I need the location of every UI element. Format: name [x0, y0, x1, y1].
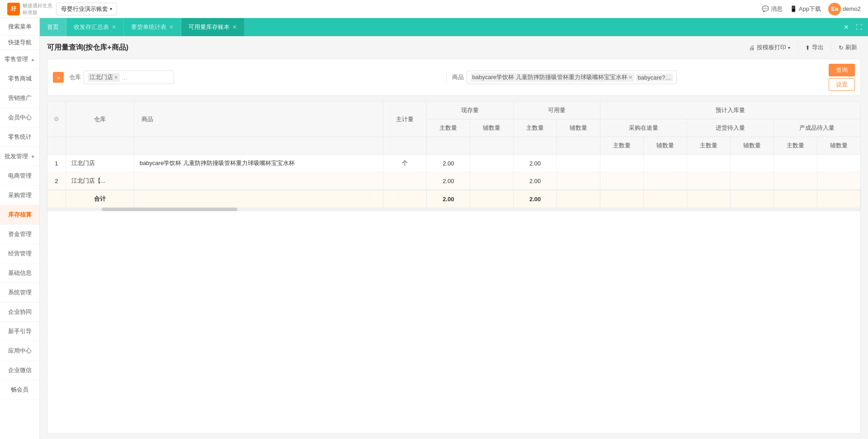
inventory-table: ⚙ 仓库 商品 主计量 现存量 可用量 预计入库量 主数量 辅数量: [47, 102, 860, 208]
th-avail-main: 主数量: [514, 119, 557, 137]
row-avail-aux: [557, 155, 600, 172]
user-menu[interactable]: Ea demo2: [828, 3, 861, 15]
query-button[interactable]: 查询: [829, 64, 855, 76]
sidebar-item-marketing[interactable]: 营销推广: [0, 89, 39, 108]
sidebar-quick-nav[interactable]: 快捷导航: [0, 36, 39, 50]
row-stock-main: 2.00: [427, 155, 470, 172]
tab-home[interactable]: 首页: [40, 18, 66, 36]
message-btn[interactable]: 💬 消息: [762, 5, 783, 13]
industry-select[interactable]: 母婴行业演示账套 ▾: [56, 3, 117, 15]
sidebar-item-retail-mall[interactable]: 零售商城: [0, 69, 39, 89]
settings-button[interactable]: 设置: [829, 78, 855, 91]
th-available-qty: 可用量: [514, 102, 600, 119]
chevron-icon: ▼: [31, 154, 35, 159]
warehouse-input[interactable]: 江北门店 ✕ …: [84, 71, 174, 84]
table-footer: 合计 2.00 2.00: [47, 190, 860, 208]
chevron-down-icon: ▾: [110, 6, 112, 11]
warehouse-tag-close[interactable]: ✕: [114, 75, 118, 80]
subtotal-prod-pending-main: [774, 172, 817, 190]
th-pur-transit-label: 采购在途量: [600, 119, 687, 137]
th-warehouse: 仓库: [66, 102, 134, 137]
tab-order-summary[interactable]: 要货单统计表 ✕: [124, 18, 181, 36]
th-main-unit: 主计量: [383, 102, 427, 137]
page-actions: 🖨 按模板打印 ▾ ⬆ 导出 ↻ 刷新: [745, 42, 861, 53]
row-warehouse: 江北门店: [66, 155, 134, 172]
content-area: 首页 收发存汇总表 ✕ 要货单统计表 ✕ 可用量库存账本 ✕ ✕ ⛶: [40, 18, 868, 439]
row-prod-pending-aux: [817, 155, 860, 172]
row-stock-aux: [470, 155, 514, 172]
product-tag-1: babycare学饮杯 儿童防摔防撞吸管杯重力球吸嘴杯宝宝水杯 ✕: [471, 73, 634, 82]
sidebar-item-retail-stats[interactable]: 零售统计: [0, 127, 39, 147]
th-stock-main: 主数量: [427, 119, 470, 137]
tab-close-available-inventory[interactable]: ✕: [232, 24, 237, 30]
top-bar: 好 畅捷通好生意 标准版 母婴行业演示账套 ▾ 💬 消息 📱 App下载 Ea …: [0, 0, 868, 18]
subtotal-avail-aux: [557, 172, 600, 190]
th-pur-pending-main: 主数量: [687, 137, 730, 155]
avatar: Ea: [828, 3, 841, 15]
print-icon: 🖨: [749, 44, 755, 51]
th-avail-aux: 辅数量: [557, 119, 600, 137]
sidebar-item-wholesale-mgmt[interactable]: 批发管理 ▼: [0, 147, 39, 166]
th-product: 商品: [134, 102, 383, 137]
logo-icon: 好: [7, 3, 20, 15]
sidebar-item-basic-info[interactable]: 基础信息: [0, 264, 39, 283]
subtotal-pur-transit-aux: [643, 172, 687, 190]
divider: [831, 44, 831, 51]
th-pur-pending-aux: 辅数量: [730, 137, 774, 155]
footer-avail-main: 2.00: [514, 190, 557, 208]
app-download-btn[interactable]: 📱 App下载: [790, 5, 821, 13]
page-header: 可用量查询(按仓库+商品) 🖨 按模板打印 ▾ ⬆ 导出 ↻: [47, 42, 861, 53]
sidebar-item-ops-mgmt[interactable]: 经营管理: [0, 244, 39, 264]
page-title: 可用量查询(按仓库+商品): [47, 43, 128, 52]
gear-icon[interactable]: ⚙: [54, 116, 59, 123]
filter-warehouse-group: 仓库 江北门店 ✕ …: [69, 71, 441, 84]
print-template-btn[interactable]: 🖨 按模板打印 ▾: [745, 42, 794, 53]
footer-stock-main: 2.00: [427, 190, 470, 208]
row-avail-main: 2.00: [514, 155, 557, 172]
tab-expand-btn[interactable]: ⛶: [854, 22, 864, 33]
row-prod-pending-main: [774, 155, 817, 172]
chevron-down-icon: ▾: [788, 45, 790, 50]
sidebar-item-retail-mgmt[interactable]: 零售管理 ▲: [0, 50, 39, 69]
product-input[interactable]: babycare学饮杯 儿童防摔防撞吸管杯重力球吸嘴杯宝宝水杯 ✕ babyca…: [467, 71, 677, 84]
filter-product-group: 商品 babycare学饮杯 儿童防摔防撞吸管杯重力球吸嘴杯宝宝水杯 ✕ bab…: [452, 71, 824, 84]
tab-available-inventory[interactable]: 可用量库存账本 ✕: [181, 18, 245, 36]
row-unit: 个: [383, 155, 427, 172]
scroll-thumb[interactable]: [102, 208, 237, 211]
sidebar-item-enterprise-wechat[interactable]: 企业微信: [0, 361, 39, 380]
product-tag-1-close[interactable]: ✕: [628, 75, 632, 80]
tab-close-receive-summary[interactable]: ✕: [112, 24, 116, 30]
product-tag-2: babycare?…: [636, 74, 673, 81]
row-pur-pending-aux: [730, 155, 774, 172]
table-scroll-bar[interactable]: [47, 208, 860, 211]
message-icon: 💬: [762, 5, 769, 12]
sidebar-item-member-center[interactable]: 会员中心: [0, 108, 39, 127]
row-num: 1: [47, 155, 66, 172]
sidebar-item-enterprise-collab[interactable]: 企业协同: [0, 302, 39, 322]
sidebar-item-sys-mgmt[interactable]: 系统管理: [0, 283, 39, 302]
sidebar-item-new-guide[interactable]: 新手引导: [0, 322, 39, 341]
subtotal-avail-main: 2.00: [514, 172, 557, 190]
sidebar-item-inventory-check[interactable]: 库存核算: [0, 205, 39, 225]
filter-expand-btn[interactable]: »: [53, 72, 64, 83]
sidebar-search[interactable]: 搜索菜单: [0, 18, 39, 36]
sidebar-item-purchase-mgmt[interactable]: 采购管理: [0, 186, 39, 205]
tab-receive-summary[interactable]: 收发存汇总表 ✕: [66, 18, 124, 36]
sidebar-item-finance-mgmt[interactable]: 资金管理: [0, 225, 39, 244]
tab-close-order-summary[interactable]: ✕: [169, 24, 174, 30]
sidebar-item-app-center[interactable]: 应用中心: [0, 341, 39, 361]
tab-close-all-btn[interactable]: ✕: [841, 22, 852, 33]
subtotal-pur-transit-main: [600, 172, 644, 190]
tab-bar: 首页 收发存汇总表 ✕ 要货单统计表 ✕ 可用量库存账本 ✕ ✕ ⛶: [40, 18, 868, 36]
th-pur-transit-aux: 辅数量: [643, 137, 687, 155]
product-label: 商品: [452, 73, 464, 81]
sidebar-item-ecom-mgmt[interactable]: 电商管理: [0, 166, 39, 186]
row-product: babycare学饮杯 儿童防摔防撞吸管杯重力球吸嘴杯宝宝水杯: [134, 155, 383, 172]
export-btn[interactable]: ⬆ 导出: [802, 42, 827, 53]
sidebar-item-member[interactable]: 畅会员: [0, 380, 39, 400]
subtotal-warehouse: 江北门店【...: [66, 172, 134, 190]
download-icon: 📱: [790, 5, 797, 12]
subtotal-pur-pending-aux: [730, 172, 774, 190]
refresh-btn[interactable]: ↻ 刷新: [835, 42, 861, 53]
filter-actions: 查询 设置: [829, 64, 855, 91]
